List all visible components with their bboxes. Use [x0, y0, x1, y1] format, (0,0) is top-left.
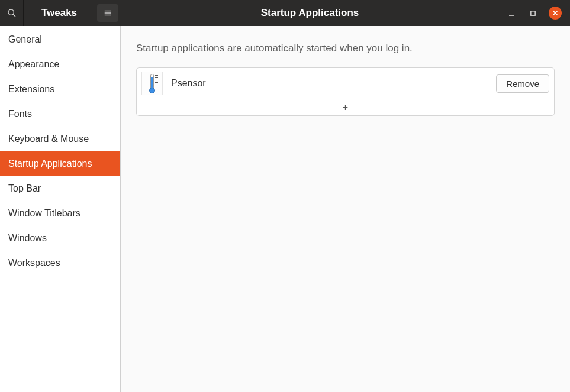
sidebar: General Appearance Extensions Fonts Keyb…	[0, 26, 121, 392]
minimize-icon	[508, 9, 515, 17]
svg-point-0	[8, 9, 14, 15]
plus-icon: +	[343, 102, 348, 113]
search-button[interactable]	[0, 0, 24, 26]
startup-app-row: Psensor Remove	[136, 67, 555, 99]
body: General Appearance Extensions Fonts Keyb…	[0, 26, 570, 392]
close-icon	[552, 10, 558, 16]
sidebar-item-workspaces[interactable]: Workspaces	[0, 251, 120, 276]
svg-rect-6	[530, 11, 534, 15]
sidebar-item-extensions[interactable]: Extensions	[0, 77, 120, 102]
minimize-button[interactable]	[506, 8, 517, 18]
window-title: Startup Applications	[261, 7, 359, 19]
window: Tweaks Startup Applications General Appe…	[0, 0, 570, 392]
maximize-button[interactable]	[527, 8, 538, 18]
app-name-label: Psensor	[171, 78, 496, 89]
titlebar: Tweaks Startup Applications	[0, 0, 570, 26]
maximize-icon	[530, 10, 536, 17]
hamburger-icon	[104, 9, 112, 17]
sidebar-item-window-titlebars[interactable]: Window Titlebars	[0, 201, 120, 226]
app-title: Tweaks	[24, 7, 95, 19]
sidebar-item-keyboard-mouse[interactable]: Keyboard & Mouse	[0, 127, 120, 151]
sidebar-item-windows[interactable]: Windows	[0, 226, 120, 251]
thermometer-icon	[146, 73, 158, 93]
add-startup-app-button[interactable]: +	[136, 99, 555, 116]
sidebar-item-appearance[interactable]: Appearance	[0, 52, 120, 77]
sidebar-item-startup-applications[interactable]: Startup Applications	[0, 151, 120, 176]
main-content: Startup applications are automatically s…	[121, 26, 570, 392]
close-button[interactable]	[549, 7, 562, 20]
app-icon-container	[141, 72, 163, 95]
search-icon	[7, 8, 17, 18]
sidebar-item-top-bar[interactable]: Top Bar	[0, 176, 120, 201]
titlebar-center: Startup Applications	[121, 7, 499, 19]
titlebar-left: Tweaks	[0, 0, 121, 26]
remove-button[interactable]: Remove	[496, 74, 549, 93]
sidebar-item-fonts[interactable]: Fonts	[0, 102, 120, 127]
sidebar-item-general[interactable]: General	[0, 27, 120, 52]
hamburger-menu-button[interactable]	[97, 4, 118, 22]
svg-line-1	[13, 14, 15, 17]
page-description: Startup applications are automatically s…	[136, 43, 555, 54]
startup-app-list: Psensor Remove +	[136, 67, 555, 116]
window-controls	[499, 7, 570, 20]
